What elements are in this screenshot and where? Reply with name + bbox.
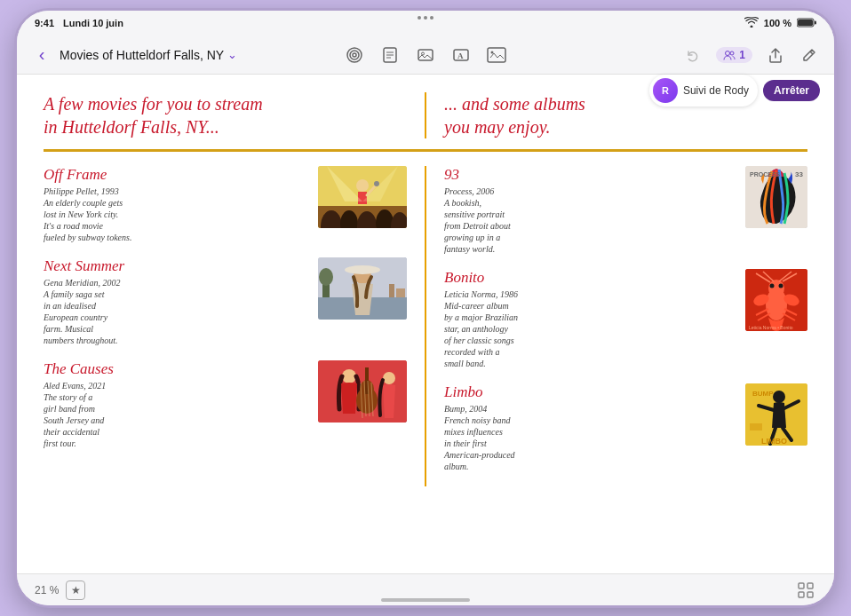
gallery-icon[interactable]	[415, 44, 436, 66]
svg-point-48	[383, 372, 395, 384]
status-right: 100 %	[744, 17, 816, 29]
svg-text:A: A	[457, 51, 464, 60]
collab-count: 1	[739, 49, 745, 61]
movie-3-title: The Causes	[44, 360, 309, 378]
movie-2-text: Next Summer Gena Meridian, 2002 A family…	[44, 257, 309, 346]
title-left: A few movies for you to stream in Huttel…	[44, 92, 426, 138]
movie-2-title: Next Summer	[44, 257, 309, 275]
svg-point-56	[779, 284, 783, 288]
layers-icon[interactable]	[344, 44, 365, 66]
image-icon[interactable]	[486, 44, 507, 66]
svg-point-4	[350, 51, 359, 59]
collab-overlay: R Suivi de Rody Arrêter	[649, 75, 820, 107]
svg-point-17	[730, 51, 734, 55]
main-content: A few movies for you to stream in Huttel…	[17, 75, 834, 573]
svg-point-69	[773, 391, 785, 403]
battery-icon	[797, 18, 816, 29]
status-bar: 9:41 Lundi 10 juin 100 %	[17, 11, 834, 36]
movie-3-image	[318, 360, 407, 423]
svg-point-15	[491, 51, 494, 53]
movies-section: Off Frame Philippe Pellet, 1993 An elder…	[44, 166, 426, 486]
svg-text:BUMP: BUMP	[752, 390, 774, 398]
svg-text:Leticia Norma • Bonito: Leticia Norma • Bonito	[749, 325, 793, 330]
svg-text:33: 33	[795, 170, 803, 178]
album-3-desc: Bump, 2004 French noisy band mixes influ…	[444, 403, 736, 472]
album-2-image: Leticia Norma • Bonito	[745, 269, 807, 331]
album-1-text: 93 Process, 2006 A bookish, sensitive po…	[444, 166, 736, 255]
svg-rect-80	[807, 592, 813, 597]
album-1-title: 93	[444, 166, 736, 184]
svg-rect-14	[488, 48, 505, 62]
svg-rect-10	[418, 50, 433, 60]
svg-text:LIMBO: LIMBO	[761, 437, 787, 446]
toolbar-center: A	[344, 44, 507, 66]
undo-icon[interactable]	[682, 44, 704, 66]
movie-1-text: Off Frame Philippe Pellet, 1993 An elder…	[44, 166, 309, 243]
wifi-icon	[744, 17, 759, 29]
zoom-controls: 21 % ★	[35, 580, 85, 600]
home-indicator	[381, 598, 470, 602]
movie-2-image	[318, 257, 407, 320]
svg-text:PROCESS: PROCESS	[750, 171, 781, 178]
svg-point-5	[353, 53, 356, 57]
canvas-area: A few movies for you to stream in Huttel…	[17, 75, 834, 573]
album-1-image: PROCESS 33	[745, 166, 807, 228]
title-chevron: ⌄	[227, 48, 237, 61]
movie-2-desc: Gena Meridian, 2002 A family saga set in…	[44, 277, 309, 346]
svg-rect-27	[358, 192, 367, 204]
device-frame: 9:41 Lundi 10 juin 100 %	[17, 11, 834, 605]
document-title[interactable]: Movies of Hutteldorf Falls, NY ⌄	[60, 48, 237, 62]
top-dots	[418, 16, 433, 20]
stop-collaboration-button[interactable]: Arrêter	[763, 80, 820, 101]
album-item-3: Limbo Bump, 2004 French noisy band mixes…	[444, 383, 807, 472]
svg-rect-77	[799, 583, 804, 588]
album-3-title: Limbo	[444, 383, 736, 401]
edit-button[interactable]	[799, 44, 820, 66]
grid-view-icon[interactable]	[795, 580, 816, 601]
status-date: Lundi 10 juin	[63, 18, 123, 28]
movie-item-3: The Causes Aled Evans, 2021 The story of…	[44, 360, 407, 449]
svg-point-55	[770, 284, 775, 288]
svg-rect-38	[396, 288, 405, 297]
collab-avatar: R	[653, 78, 678, 103]
content-grid: Off Frame Philippe Pellet, 1993 An elder…	[44, 166, 807, 486]
album-3-text: Limbo Bump, 2004 French noisy band mixes…	[444, 383, 736, 472]
album-2-text: Bonito Leticia Norma, 1986 Mid-career al…	[444, 269, 736, 369]
svg-rect-37	[389, 284, 394, 297]
share-button[interactable]	[765, 44, 786, 66]
svg-point-54	[768, 280, 784, 297]
svg-rect-78	[807, 583, 813, 588]
svg-point-16	[726, 51, 730, 55]
left-title: A few movies for you to stream in Huttel…	[44, 92, 407, 138]
movie-1-title: Off Frame	[44, 166, 309, 184]
movie-item-1: Off Frame Philippe Pellet, 1993 An elder…	[44, 166, 407, 243]
movie-3-text: The Causes Aled Evans, 2021 The story of…	[44, 360, 309, 449]
svg-point-26	[356, 179, 369, 192]
title-text: Movies of Hutteldorf Falls, NY	[60, 48, 224, 62]
zoom-percentage: 21 %	[35, 584, 59, 596]
svg-line-18	[810, 51, 813, 54]
svg-rect-34	[355, 266, 370, 273]
toolbar-right: 1	[518, 44, 820, 66]
album-item-2: Bonito Leticia Norma, 1986 Mid-career al…	[444, 269, 807, 369]
svg-rect-79	[799, 592, 804, 597]
toolbar: ‹ Movies of Hutteldorf Falls, NY ⌄	[17, 36, 834, 75]
movie-item-2: Next Summer Gena Meridian, 2002 A family…	[44, 257, 407, 346]
svg-rect-76	[750, 423, 762, 430]
albums-section: 93 Process, 2006 A bookish, sensitive po…	[426, 166, 807, 486]
svg-rect-2	[815, 20, 816, 24]
page-view-icon[interactable]	[379, 44, 401, 66]
bookmark-icon[interactable]: ★	[66, 580, 85, 600]
collab-user-card: R Suivi de Rody	[649, 75, 758, 107]
toolbar-left: ‹ Movies of Hutteldorf Falls, NY ⌄	[31, 44, 333, 66]
album-2-title: Bonito	[444, 269, 736, 287]
back-button[interactable]: ‹	[31, 44, 52, 66]
movie-1-image	[318, 166, 407, 228]
album-1-desc: Process, 2006 A bookish, sensitive portr…	[444, 186, 736, 255]
text-icon[interactable]: A	[450, 44, 472, 66]
movie-3-desc: Aled Evans, 2021 The story of a girl ban…	[44, 380, 309, 449]
signal-text: 100 %	[764, 18, 791, 28]
status-time: 9:41	[35, 18, 54, 28]
collaborators-button[interactable]: 1	[716, 47, 752, 63]
album-3-image: BUMP LIMBO	[745, 383, 807, 446]
